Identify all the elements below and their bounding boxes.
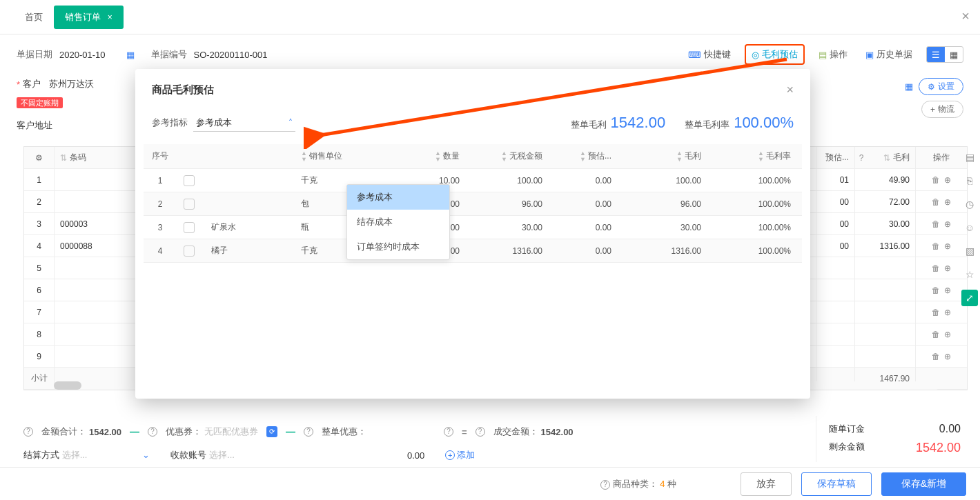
modal-table-row[interactable]: 2包12.0096.000.0096.00100.00% bbox=[144, 192, 802, 216]
dropdown-option[interactable]: 结存成本 bbox=[347, 210, 449, 234]
dropdown-option[interactable]: 订单签约时成本 bbox=[347, 234, 449, 259]
seq-header[interactable]: 序号 bbox=[144, 150, 177, 162]
checkbox-cell[interactable] bbox=[177, 199, 204, 210]
plus-icon: + bbox=[930, 105, 935, 114]
copy-icon[interactable]: ⊕ bbox=[944, 352, 951, 361]
coupon-select[interactable]: 无匹配优惠券 bbox=[204, 426, 258, 438]
modal-table-row[interactable]: 1千克10.00100.000.00100.00100.00% bbox=[144, 169, 802, 192]
delete-icon[interactable]: 🗑 bbox=[932, 308, 940, 317]
item-kinds-info: ? 商品种类： 4 种 bbox=[600, 478, 676, 490]
calendar-icon[interactable]: ▦ bbox=[905, 81, 913, 92]
delete-icon[interactable]: 🗑 bbox=[932, 286, 940, 295]
est-cell: 01 bbox=[816, 169, 855, 190]
help-icon[interactable]: ? bbox=[444, 427, 453, 437]
delete-icon[interactable]: 🗑 bbox=[932, 352, 940, 361]
delete-icon[interactable]: 🗑 bbox=[932, 175, 940, 185]
amount-cell: 96.00 bbox=[467, 199, 549, 209]
help-icon[interactable]: ? bbox=[304, 427, 313, 437]
calendar-icon[interactable]: ▦ bbox=[126, 50, 135, 60]
copy-icon[interactable]: ⊕ bbox=[944, 197, 951, 207]
tab-sales-order[interactable]: 销售订单 × bbox=[54, 6, 124, 29]
est-cell: 00 bbox=[816, 235, 855, 257]
date-value[interactable]: 2020-01-10 bbox=[59, 50, 106, 60]
copy-icon[interactable]: ⊕ bbox=[944, 263, 951, 273]
chevron-down-icon[interactable]: ⌄ bbox=[142, 450, 150, 460]
help-icon[interactable]: ? bbox=[600, 480, 610, 490]
shortcut-button[interactable]: ⌨快捷键 bbox=[684, 46, 735, 63]
modal-table-header: 序号 ▲▼销售单位 ▲▼数量 ▲▼无税金额 ▲▼预估... ▲▼毛利 ▲▼毛利率 bbox=[144, 144, 802, 169]
qty-header[interactable]: ▲▼数量 bbox=[391, 150, 467, 163]
rail-star-icon[interactable]: ☆ bbox=[961, 266, 978, 283]
delete-icon[interactable]: 🗑 bbox=[932, 197, 940, 207]
view-list-icon[interactable]: ☰ bbox=[927, 47, 945, 62]
copy-icon[interactable]: ⊕ bbox=[944, 330, 951, 339]
ops-button[interactable]: ▤操作 bbox=[814, 46, 852, 63]
refresh-icon[interactable]: ⟳ bbox=[266, 426, 277, 437]
copy-icon[interactable]: ⊕ bbox=[944, 241, 951, 251]
delete-icon[interactable]: 🗑 bbox=[932, 241, 940, 251]
window-close-icon[interactable]: × bbox=[961, 8, 970, 24]
filter-select[interactable]: 参考成本 ˄ bbox=[193, 114, 295, 132]
gear-column-header[interactable]: ⚙ bbox=[24, 147, 55, 168]
rail-clock-icon[interactable]: ◷ bbox=[961, 196, 978, 212]
view-grid-icon[interactable]: ▦ bbox=[945, 47, 963, 62]
customer-name[interactable]: 苏州万达沃 bbox=[49, 78, 94, 90]
add-account-link[interactable]: +添加 bbox=[445, 449, 475, 461]
checkbox-cell[interactable] bbox=[177, 246, 204, 257]
tab-home[interactable]: 首页 bbox=[14, 6, 54, 29]
metric1-label: 整单毛利 bbox=[571, 119, 607, 130]
help-icon[interactable]: ? bbox=[148, 427, 157, 437]
help-icon[interactable]: ? bbox=[23, 427, 33, 437]
copy-icon[interactable]: ⊕ bbox=[944, 308, 951, 317]
delete-icon[interactable]: 🗑 bbox=[932, 219, 940, 229]
amount-header[interactable]: ▲▼无税金额 bbox=[467, 150, 549, 163]
profit-header[interactable]: ▲▼毛利 bbox=[618, 150, 708, 163]
dropdown-option[interactable]: 参考成本 bbox=[347, 185, 449, 210]
close-icon[interactable]: × bbox=[786, 83, 794, 97]
delete-icon[interactable]: 🗑 bbox=[932, 263, 940, 273]
est-cell bbox=[816, 301, 855, 323]
discard-button[interactable]: 放弃 bbox=[741, 472, 792, 496]
rail-doc-icon[interactable]: ▤ bbox=[961, 149, 978, 166]
checkbox-cell[interactable] bbox=[177, 222, 204, 233]
help-icon[interactable]: ? bbox=[476, 427, 485, 437]
modal-table-row[interactable]: 4橘子千克47.001316.000.001316.00100.00% bbox=[144, 239, 802, 263]
copy-icon[interactable]: ⊕ bbox=[944, 219, 951, 229]
profit-estimate-button[interactable]: ◎毛利预估 bbox=[745, 44, 805, 65]
subtotal-label: 小计 bbox=[24, 368, 55, 389]
checkbox[interactable] bbox=[184, 246, 195, 257]
copy-icon[interactable]: ⊕ bbox=[944, 175, 951, 185]
save-draft-button[interactable]: 保存草稿 bbox=[801, 472, 872, 496]
copy-icon[interactable]: ⊕ bbox=[944, 286, 951, 295]
est-cell: 0.00 bbox=[549, 223, 618, 232]
profit-header[interactable]: ⇅毛利 bbox=[868, 147, 916, 168]
sort-icon: ▲▼ bbox=[580, 150, 586, 163]
checkbox[interactable] bbox=[184, 222, 195, 233]
profit-cell: 1316.00 bbox=[618, 246, 708, 256]
rate-cell: 100.00% bbox=[708, 223, 798, 232]
help-icon[interactable]: ? bbox=[855, 147, 868, 168]
history-button[interactable]: ▣历史单据 bbox=[861, 46, 917, 63]
account-select[interactable]: 选择... bbox=[209, 450, 235, 460]
rate-header[interactable]: ▲▼毛利率 bbox=[708, 150, 798, 163]
estimate-header[interactable]: ▲▼预估... bbox=[549, 150, 618, 163]
estimate-header[interactable]: 预估... bbox=[816, 147, 855, 168]
close-icon[interactable]: × bbox=[108, 12, 112, 22]
unit-header[interactable]: ▲▼销售单位 bbox=[294, 150, 391, 163]
tab-label: 销售订单 bbox=[65, 12, 101, 22]
save-new-button[interactable]: 保存&新增 bbox=[881, 472, 966, 496]
modal-table-row[interactable]: 3矿泉水瓶15.0030.000.0030.00100.00% bbox=[144, 216, 802, 239]
settle-select[interactable]: 选择... bbox=[62, 450, 88, 460]
rail-box-icon[interactable]: ▧ bbox=[961, 243, 978, 259]
profit-cell: 49.90 bbox=[868, 169, 916, 190]
rail-link-icon[interactable]: ⎘ bbox=[961, 172, 978, 189]
settings-button[interactable]: ⚙设置 bbox=[919, 78, 963, 95]
scrollbar-thumb[interactable] bbox=[54, 381, 81, 390]
checkbox-cell[interactable] bbox=[177, 175, 204, 186]
rail-user-icon[interactable]: ☺ bbox=[961, 219, 978, 236]
rail-expand-icon[interactable]: ⤢ bbox=[961, 290, 978, 306]
delete-icon[interactable]: 🗑 bbox=[932, 330, 940, 339]
logistics-button[interactable]: +物流 bbox=[921, 101, 963, 118]
checkbox[interactable] bbox=[184, 175, 195, 186]
checkbox[interactable] bbox=[184, 199, 195, 210]
